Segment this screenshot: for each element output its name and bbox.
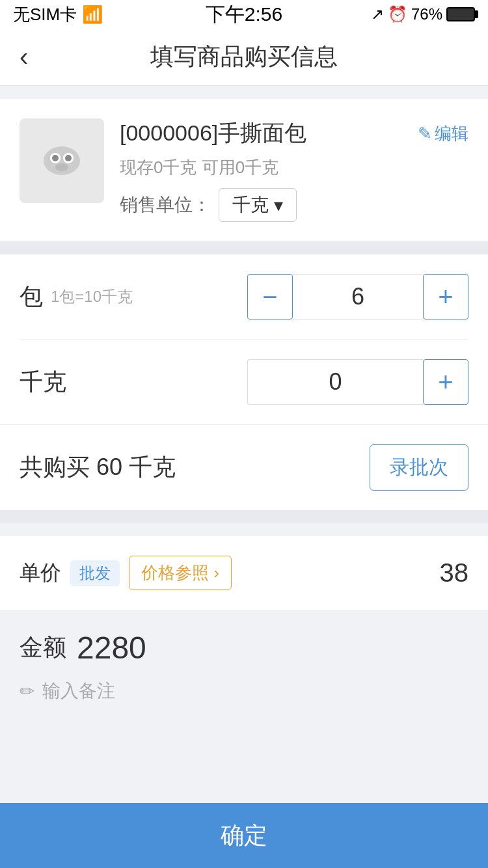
edit-button[interactable]: ✎ 编辑	[418, 122, 468, 145]
quantity-control-bao: − +	[247, 274, 468, 319]
product-info: [0000006]手撕面包 ✎ 编辑 现存0千克 可用0千克 销售单位： 千克 …	[120, 118, 468, 222]
quantity-input-bao[interactable]	[293, 274, 423, 319]
divider-1	[0, 241, 488, 254]
alarm-icon: ⏰	[388, 5, 407, 23]
chevron-down-icon: ▾	[274, 195, 283, 216]
quantity-row-kg: 千克 +	[20, 340, 468, 424]
status-right: ↗ ⏰ 76%	[371, 5, 475, 23]
price-section: 单价 批发 价格参照 › 38	[0, 536, 488, 610]
nav-bar: ‹ 填写商品购买信息	[0, 29, 488, 86]
quantity-section: 包 1包=10千克 − + 千克 +	[0, 254, 488, 424]
battery-text: 76%	[411, 5, 442, 23]
unit-select[interactable]: 千克 ▾	[219, 188, 297, 222]
increment-bao-button[interactable]: +	[423, 274, 468, 319]
quantity-label-bao: 包	[20, 281, 43, 313]
amount-section: 金额 2280 ✏ 输入备注	[0, 610, 488, 723]
svg-point-3	[52, 155, 59, 161]
quantity-control-kg: +	[247, 359, 468, 405]
confirm-bar[interactable]: 确定	[0, 803, 488, 868]
price-value: 38	[440, 558, 469, 588]
status-time: 下午2:56	[206, 1, 282, 28]
edit-icon: ✎	[418, 124, 432, 144]
decrement-bao-button[interactable]: −	[247, 274, 293, 319]
svg-point-4	[65, 155, 72, 161]
quantity-label-kg: 千克	[20, 366, 66, 398]
batch-button[interactable]: 录批次	[370, 444, 468, 491]
quantity-input-kg[interactable]	[247, 359, 423, 405]
total-section: 共购买 60 千克 录批次	[0, 425, 488, 510]
confirm-button[interactable]: 确定	[221, 820, 267, 852]
note-row: ✏ 输入备注	[20, 679, 468, 703]
wifi-icon: 📶	[82, 5, 103, 25]
total-text: 共购买 60 千克	[20, 452, 176, 483]
batch-tag: 批发	[70, 560, 120, 586]
price-label: 单价	[20, 559, 61, 588]
unit-value: 千克	[232, 193, 269, 217]
quantity-hint-bao: 1包=10千克	[51, 286, 133, 307]
pencil-icon: ✏	[20, 681, 34, 702]
amount-value: 2280	[77, 630, 146, 666]
product-image	[20, 118, 104, 203]
back-button[interactable]: ‹	[20, 42, 28, 72]
price-ref-button[interactable]: 价格参照 ›	[129, 556, 232, 590]
increment-kg-button[interactable]: +	[423, 359, 468, 405]
svg-point-5	[55, 163, 68, 171]
battery-icon	[446, 7, 475, 21]
price-left: 单价 批发 价格参照 ›	[20, 556, 232, 590]
note-placeholder[interactable]: 输入备注	[42, 679, 115, 703]
status-bar: 无SIM卡 📶 下午2:56 ↗ ⏰ 76%	[0, 0, 488, 29]
page-title: 填写商品购买信息	[150, 41, 338, 73]
status-left: 无SIM卡 📶	[13, 3, 103, 26]
location-icon: ↗	[371, 5, 384, 23]
product-stock: 现存0千克 可用0千克	[120, 156, 468, 179]
product-card: [0000006]手撕面包 ✎ 编辑 现存0千克 可用0千克 销售单位： 千克 …	[0, 99, 488, 241]
carrier-text: 无SIM卡	[13, 3, 77, 26]
amount-row: 金额 2280	[20, 630, 468, 666]
divider-2	[0, 510, 488, 523]
unit-label: 销售单位：	[120, 193, 211, 217]
quantity-row-bao: 包 1包=10千克 − +	[20, 254, 468, 340]
product-name: [0000006]手撕面包	[120, 118, 306, 148]
amount-label: 金额	[20, 632, 66, 664]
